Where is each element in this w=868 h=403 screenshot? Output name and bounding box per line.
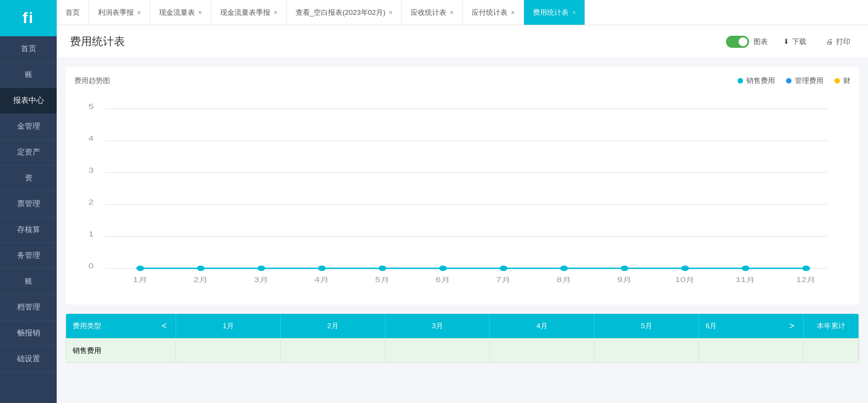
svg-text:2: 2 (89, 198, 94, 206)
close-tab-receivable[interactable]: × (450, 9, 454, 16)
data-table: 费用类型 < 1月 2月 3月 4月 5月 6月 > 本年累计 销售费用 (65, 313, 859, 363)
svg-text:9月: 9月 (617, 276, 632, 283)
tab-cashflow-quarterly[interactable]: 现金流量表季报 × (211, 0, 287, 25)
tab-bar: 首页 利润表季报 × 现金流量表 × 现金流量表季报 × 查看_空白报表(202… (57, 0, 868, 25)
th-total: 本年累计 (804, 314, 859, 338)
svg-point-30 (500, 266, 507, 271)
print-icon: 🖨 (826, 37, 833, 46)
table-row: 销售费用 (66, 338, 859, 362)
sidebar-item-tickets[interactable]: 票管理 (0, 191, 57, 217)
svg-point-32 (621, 266, 629, 271)
th-type: 费用类型 < (66, 314, 176, 338)
sidebar-item-inventory[interactable]: 存核算 (0, 217, 57, 243)
legend-sales: 销售费用 (738, 76, 775, 86)
svg-point-25 (197, 266, 205, 271)
svg-text:4: 4 (89, 135, 94, 142)
chart-toggle-wrap: 图表 (726, 36, 768, 48)
sidebar-item-expense[interactable]: 畅报销 (0, 321, 57, 346)
sidebar-item-ledger[interactable]: 账 (0, 269, 57, 295)
sidebar-item-assets[interactable]: 定资产 (0, 140, 57, 165)
close-tab-cashflow[interactable]: × (198, 9, 202, 16)
svg-point-28 (379, 266, 386, 271)
td-val-6 (699, 339, 804, 362)
content-area: 费用统计表 图表 ⬇ 下载 🖨 打印 费用趋势图 (57, 25, 868, 403)
chart-toggle-label: 图表 (754, 37, 768, 47)
sidebar-item-capital[interactable]: 资 (0, 165, 57, 191)
close-tab-payable[interactable]: × (511, 9, 515, 16)
legend-finance: 财 (834, 76, 850, 86)
th-month-6: 6月 > (699, 314, 804, 338)
tab-blank-report[interactable]: 查看_空白报表(2023年02月) × (287, 0, 402, 25)
svg-text:1: 1 (89, 230, 94, 238)
page-header: 费用统计表 图表 ⬇ 下载 🖨 打印 (57, 25, 868, 58)
chart-container: 0 1 2 3 4 5 1月 2月 3月 (74, 92, 850, 296)
svg-text:2月: 2月 (193, 276, 208, 283)
download-button[interactable]: ⬇ 下载 (779, 35, 811, 49)
svg-text:6月: 6月 (435, 276, 450, 283)
svg-point-33 (681, 266, 689, 271)
sidebar-item-settings[interactable]: 础设置 (0, 346, 57, 372)
svg-text:1月: 1月 (133, 276, 148, 283)
close-tab-blank-report[interactable]: × (389, 9, 392, 16)
svg-text:5: 5 (89, 103, 94, 110)
td-total (804, 339, 859, 362)
svg-text:3月: 3月 (254, 276, 269, 283)
svg-text:5月: 5月 (375, 276, 390, 283)
tab-expense-stats[interactable]: 费用统计表 × (524, 0, 585, 25)
svg-text:8月: 8月 (556, 276, 571, 283)
svg-point-31 (560, 266, 568, 271)
app-logo: fi (0, 0, 57, 36)
download-icon: ⬇ (783, 37, 789, 46)
td-val-1 (176, 339, 281, 362)
sidebar-item-archives[interactable]: 档管理 (0, 295, 57, 321)
close-tab-profit-quarterly[interactable]: × (137, 9, 141, 16)
chart-svg: 0 1 2 3 4 5 1月 2月 3月 (74, 92, 850, 296)
th-month-5: 5月 (594, 314, 699, 338)
main-area: 首页 利润表季报 × 现金流量表 × 现金流量表季报 × 查看_空白报表(202… (57, 0, 868, 403)
tab-receivable[interactable]: 应收统计表 × (402, 0, 463, 25)
td-val-5 (594, 339, 699, 362)
chart-section: 费用趋势图 销售费用 管理费用 财 (65, 67, 859, 305)
tab-payable[interactable]: 应付统计表 × (463, 0, 524, 25)
th-month-3: 3月 (385, 314, 490, 338)
th-month-1: 1月 (176, 314, 281, 338)
tab-cashflow[interactable]: 现金流量表 × (150, 0, 211, 25)
svg-text:3: 3 (89, 167, 94, 174)
page-title: 费用统计表 (70, 34, 125, 49)
legend-admin: 管理费用 (786, 76, 823, 86)
svg-text:11月: 11月 (736, 276, 756, 283)
next-months-button[interactable]: > (787, 321, 796, 331)
legend-dot-sales (738, 78, 743, 84)
svg-text:0: 0 (89, 262, 94, 269)
sidebar-item-services[interactable]: 务管理 (0, 243, 57, 269)
svg-point-34 (742, 266, 750, 271)
sidebar-item-reports[interactable]: 报表中心 (0, 88, 57, 114)
close-tab-cashflow-quarterly[interactable]: × (274, 9, 277, 16)
svg-point-24 (137, 266, 144, 271)
svg-text:4月: 4月 (314, 276, 329, 283)
close-tab-expense-stats[interactable]: × (572, 9, 576, 16)
svg-point-26 (258, 266, 265, 271)
legend-dot-finance (834, 78, 840, 84)
chart-toggle[interactable] (726, 36, 749, 48)
table-header: 费用类型 < 1月 2月 3月 4月 5月 6月 > 本年累计 (66, 314, 859, 338)
th-month-2: 2月 (281, 314, 385, 338)
tab-home[interactable]: 首页 (57, 0, 89, 25)
th-month-4: 4月 (490, 314, 594, 338)
header-actions: 图表 ⬇ 下载 🖨 打印 (726, 35, 855, 49)
tab-profit-quarterly[interactable]: 利润表季报 × (89, 0, 150, 25)
sidebar-item-account[interactable]: 账 (0, 62, 57, 88)
chart-legend: 销售费用 管理费用 财 (738, 76, 850, 86)
prev-months-button[interactable]: < (160, 321, 169, 331)
td-val-3 (385, 339, 490, 362)
sidebar-item-finance[interactable]: 金管理 (0, 114, 57, 140)
sidebar-item-home[interactable]: 首页 (0, 36, 57, 62)
print-button[interactable]: 🖨 打印 (822, 35, 855, 49)
td-val-2 (281, 339, 385, 362)
svg-point-27 (318, 266, 326, 271)
chart-title: 费用趋势图 (74, 76, 110, 86)
legend-dot-admin (786, 78, 791, 84)
svg-point-29 (439, 266, 447, 271)
svg-text:12月: 12月 (796, 276, 816, 283)
chart-header: 费用趋势图 销售费用 管理费用 财 (74, 76, 850, 86)
